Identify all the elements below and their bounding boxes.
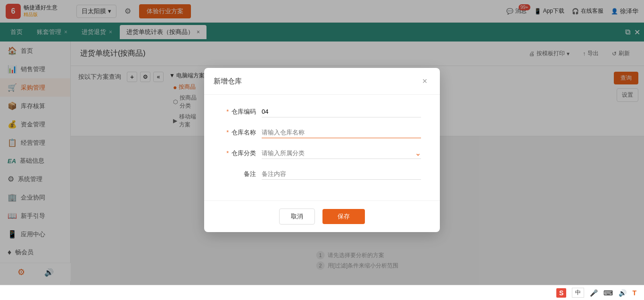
form-row-name: * 仓库名称 [223,127,421,138]
speaker-icon[interactable]: 🔊 [619,289,627,297]
modal-overlay: 新增仓库 × * 仓库编码 * 仓库名称 [0,0,644,300]
note-label: 备注 [223,170,256,178]
keyboard-icon[interactable]: ⌨ [603,289,613,297]
category-input[interactable] [262,148,415,158]
modal-header: 新增仓库 × [204,68,440,95]
note-input[interactable] [262,168,421,180]
modal-footer: 取消 保存 [204,200,440,232]
modal-close-icon[interactable]: × [419,75,430,87]
cancel-button[interactable]: 取消 [279,208,315,225]
category-select-wrapper: ⌄ [262,148,421,159]
new-warehouse-modal: 新增仓库 × * 仓库编码 * 仓库名称 [204,68,440,232]
code-label: * 仓库编码 [223,108,256,116]
status-bar: S 中 🎤 ⌨ 🔊 T [0,285,644,300]
form-row-code: * 仓库编码 [223,106,421,117]
name-input[interactable] [262,127,421,138]
code-input[interactable] [262,106,421,117]
form-row-category: * 仓库分类 ⌄ [223,148,421,159]
name-label: * 仓库名称 [223,128,256,137]
input-method-label[interactable]: 中 [572,288,584,298]
modal-body: * 仓库编码 * 仓库名称 * 仓库分类 [204,95,440,200]
font-icon[interactable]: T [632,289,636,297]
category-label: * 仓库分类 [223,149,256,158]
modal-title: 新增仓库 [214,77,242,86]
form-row-note: 备注 [223,168,421,180]
chevron-down-icon[interactable]: ⌄ [415,149,421,158]
s-icon: S [559,289,563,297]
save-button[interactable]: 保存 [322,209,365,224]
mic-icon[interactable]: 🎤 [590,289,598,297]
